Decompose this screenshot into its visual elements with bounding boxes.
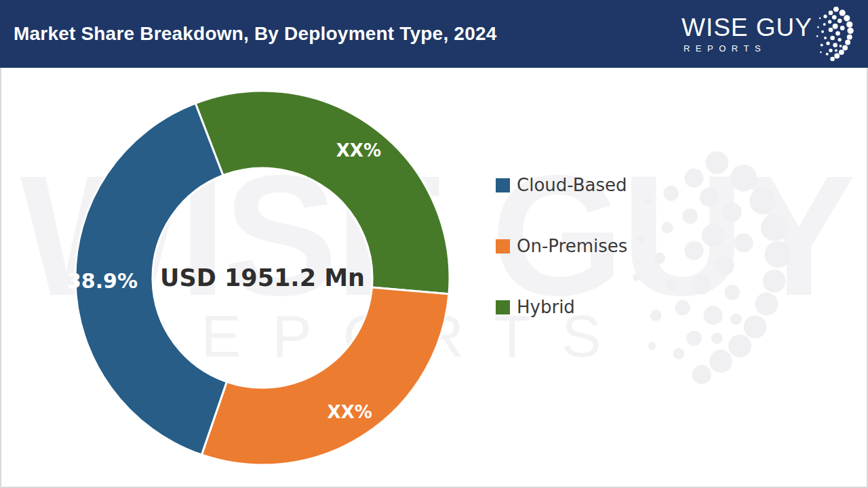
face-dot [847,35,852,40]
face-dot [833,43,837,47]
face-dot [821,30,824,33]
face-dot [835,49,837,52]
face-dot [840,9,846,16]
donut-segment-hybrid [195,91,450,294]
face-dot [839,49,844,55]
logo-text: WISE GUY REPORTS [682,15,812,54]
header-bar: Market Share Breakdown, By Deployment Ty… [0,0,868,68]
legend-item-cloud-based: Cloud-Based [496,176,627,194]
legend-item-on-premises: On-Premises [496,237,627,255]
face-dot [829,11,833,16]
face-dot [833,24,838,29]
face-dot [833,7,839,12]
face-dot [829,28,833,33]
slice-pct-label-cloud-based: 38.9% [67,269,138,293]
face-dot [842,45,848,51]
page-title: Market Share Breakdown, By Deployment Ty… [14,23,496,45]
face-dot [820,52,822,54]
face-dot [847,28,853,34]
face-dot [832,15,837,20]
face-dot [828,20,831,23]
face-dot [816,35,818,37]
legend-label: Hybrid [517,298,575,316]
face-dot [823,23,826,26]
slice-pct-label-hybrid: XX% [336,140,381,161]
chart-legend: Cloud-Based On-Premises Hybrid [496,176,627,316]
donut-segment-on-premises [201,287,449,465]
face-dot [829,49,832,52]
legend-swatch-hybrid [496,300,510,314]
face-dot [826,41,829,45]
legend-swatch-on-premises [496,239,510,253]
wise-guy-logo: WISE GUY REPORTS [682,5,856,63]
face-dot [817,26,819,28]
face-dot [821,44,823,47]
face-dot [834,53,840,58]
legend-label: Cloud-Based [517,176,627,194]
donut-center-value: USD 1951.2 Mn [160,264,365,291]
donut-chart: XX%XX%38.9% [1,68,868,487]
legend-label: On-Premises [517,237,627,255]
face-dot [844,15,850,21]
face-dot [835,31,840,36]
logo-subtitle: REPORTS [682,43,812,54]
face-dot [826,53,829,56]
face-dot [845,40,850,45]
slice-pct-label-on-premises: XX% [328,402,372,422]
face-dot [838,38,842,41]
face-dot [840,26,845,30]
legend-swatch-cloud-based [496,178,510,192]
legend-item-hybrid: Hybrid [496,298,627,316]
face-dot [823,15,827,18]
face-dot [837,19,842,24]
logo-wordmark: WISE GUY [682,15,812,40]
face-dot [846,21,852,27]
face-dot [830,36,835,41]
chart-canvas: WISE GUY REPORTS XX%XX%38.9% USD 1951.2 … [0,68,868,488]
face-dot [824,37,827,39]
face-dot [840,45,842,47]
face-dot [830,57,835,62]
logo-face-icon [803,5,856,63]
face-dot [819,18,821,20]
